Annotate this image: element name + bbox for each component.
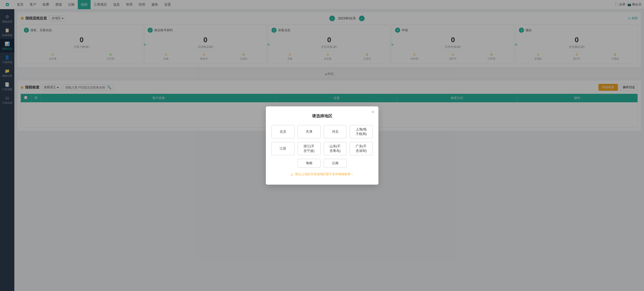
region-select-modal: × 请选择地区 北京 天津 河北 上海(电子税局) 江苏 浙江(不含宁波) 山东…: [266, 106, 378, 185]
region-row-3: 海南 云南: [274, 159, 370, 167]
region-jiangsu[interactable]: 江苏: [271, 142, 294, 155]
region-shandong[interactable]: 山东(不含青岛): [324, 142, 347, 155]
region-zhejiang[interactable]: 浙江(不含宁波): [298, 142, 321, 155]
region-row-2: 江苏 浙江(不含宁波) 山东(不含青岛) 广东(不含深圳): [274, 142, 370, 155]
warning-icon: ⚠: [290, 172, 294, 176]
modal-title: 请选择地区: [274, 114, 370, 119]
region-tianjin[interactable]: 天津: [298, 125, 321, 138]
region-hebei[interactable]: 河北: [324, 125, 347, 138]
region-row-1: 北京 天津 河北 上海(电子税局): [274, 125, 370, 138]
modal-warning: ⚠ 除以上地区外其他地区暂不支持报税检查！: [274, 172, 370, 176]
modal-overlay[interactable]: × 请选择地区 北京 天津 河北 上海(电子税局) 江苏 浙江(不含宁波) 山东…: [0, 0, 644, 291]
region-shanghai[interactable]: 上海(电子税局): [350, 125, 373, 138]
region-grid: 北京 天津 河北 上海(电子税局) 江苏 浙江(不含宁波) 山东(不含青岛) 广…: [274, 125, 370, 167]
warning-text: 除以上地区外其他地区暂不支持报税检查！: [295, 172, 354, 176]
region-guangdong[interactable]: 广东(不含深圳): [350, 142, 373, 155]
region-beijing[interactable]: 北京: [271, 125, 294, 138]
region-yunnan[interactable]: 云南: [324, 159, 347, 167]
region-hainan[interactable]: 海南: [298, 159, 321, 167]
modal-close-btn[interactable]: ×: [372, 109, 374, 115]
